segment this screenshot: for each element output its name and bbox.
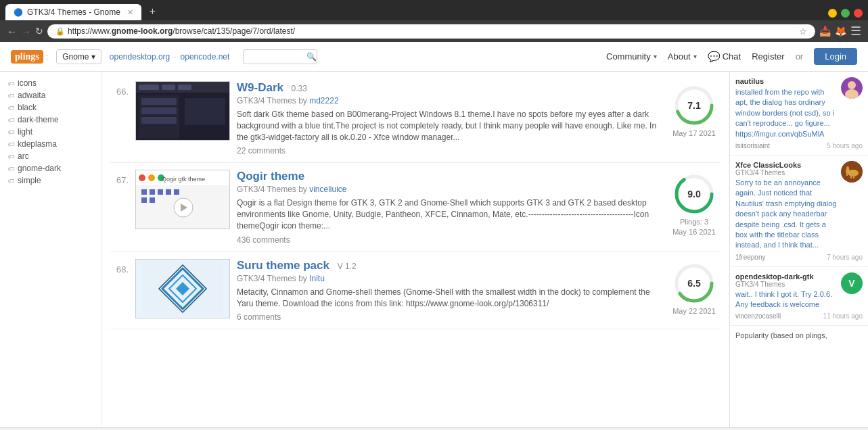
address-url: https://www.gnome-look.org/browse/cat/13… [68,26,796,36]
status-bar: https://www.gnome-look.org/p/1427278/ [0,427,868,430]
theme-meta-qogir: GTK3/4 Themes by vinceliuice [237,185,660,194]
chat-avatar-1 [841,77,863,99]
sidebar-tag-kdeplasma[interactable]: 🏷 kdeplasma [8,138,93,150]
site-logo[interactable]: plings : [11,50,48,64]
theme-thumbnail-suru[interactable] [135,259,230,318]
svg-rect-46 [846,172,848,176]
theme-info-w9dark: W9-Dark 0.33 GTK3/4 Themes by md2222 Sof… [237,81,660,156]
chat-sidebar: nautilus installed from the repo with ap… [729,72,868,427]
theme-author-qogir[interactable]: vinceliuice [309,185,346,194]
sidebar-tag-icons[interactable]: 🏷 icons [8,77,93,89]
svg-rect-24 [174,189,179,195]
bookmark-icon[interactable]: ☆ [799,26,807,37]
svg-text:Qogir gtk theme: Qogir gtk theme [162,176,205,183]
content-area: 66. W9-Dark [101,72,729,427]
theme-comments-w9dark[interactable]: 22 comments [237,146,660,156]
nav-register[interactable]: Register [752,51,784,62]
nav-about-chevron: ▾ [693,53,697,60]
sidebar-tag-simple[interactable]: 🏷 simple [8,174,93,187]
window-maximize[interactable] [841,9,850,18]
lock-icon: 🔒 [55,27,65,36]
theme-title-qogir[interactable]: Qogir theme [237,170,304,183]
nav-or: or [796,51,804,62]
score-value-w9dark: 7.1 [687,100,700,111]
reload-button[interactable]: ↻ [35,26,43,37]
theme-thumbnail-w9dark[interactable] [135,81,230,141]
theme-comments-suru[interactable]: 6 comments [237,312,660,322]
theme-meta-w9dark: GTK3/4 Themes by md2222 [237,96,660,105]
gnome-dropdown[interactable]: Gnome ▾ [56,49,101,64]
plings-qogir: Plings: 3 [680,218,708,226]
svg-rect-23 [166,189,171,195]
nav-chat[interactable]: 💬 Chat [708,51,741,63]
nav-community[interactable]: Community [606,51,651,62]
chat-time-2: 7 hours ago [827,254,863,261]
chat-product-1[interactable]: nautilus [735,77,838,85]
tab-close[interactable]: ✕ [127,8,133,17]
chat-username-2[interactable]: 1freepony [735,254,765,261]
search-icon[interactable]: 🔍 [306,52,317,62]
sidebar-tag-gnome-dark[interactable]: 🏷 gnome-dark [8,162,93,174]
theme-thumbnail-qogir[interactable]: Qogir gtk theme [135,170,230,229]
chat-product-3[interactable]: opendesktop-dark-gtk [735,272,838,281]
svg-rect-26 [150,197,155,203]
chat-username-3[interactable]: vincenzocaselli [735,312,781,320]
svg-rect-9 [141,117,177,124]
theme-title-w9dark[interactable]: W9-Dark [237,81,283,94]
theme-version-suru: V 1.2 [338,262,357,271]
window-close[interactable] [854,9,863,18]
svg-rect-22 [158,189,163,195]
chat-icon: 💬 [708,51,721,63]
popularity-section: Popularity (based on plings, [730,326,868,345]
sidebar-tag-dark-theme[interactable]: 🏷 dark-theme [8,114,93,126]
svg-point-47 [846,166,849,170]
logo-separator: : [46,52,48,62]
window-minimize[interactable] [828,9,837,18]
pocket-icon[interactable]: 📥 [819,26,831,37]
sidebar-tag-black[interactable]: 🏷 black [8,101,93,114]
theme-meta-suru: GTK3/4 Themes by Initu [237,274,660,283]
theme-info-qogir: Qogir theme GTK3/4 Themes by vinceliuice… [237,170,660,244]
theme-comments-qogir[interactable]: 436 comments [237,235,660,245]
theme-version-w9dark: 0.33 [292,84,307,93]
theme-author-w9dark[interactable]: md2222 [309,96,338,105]
chat-text-1: installed from the repo with apt, the di… [735,87,838,139]
sidebar-tag-arc[interactable]: 🏷 arc [8,150,93,162]
theme-date-suru: May 22 2021 [672,307,716,315]
extensions-icon[interactable]: 🦊 [835,26,846,37]
score-value-suru: 6.5 [687,278,700,289]
browser-chrome: 🔵 GTK3/4 Themes - Gnome ✕ + ← → ↻ 🔒 http… [0,0,868,42]
subnav-opencode[interactable]: opencode.net [181,52,230,62]
subnav-sep1: · [174,52,176,62]
sidebar-tag-light[interactable]: 🏷 light [8,126,93,138]
theme-title-suru[interactable]: Suru theme pack [237,259,329,272]
chat-time-3: 11 hours ago [823,312,863,320]
back-button[interactable]: ← [7,26,17,37]
chat-time-1: 5 hours ago [827,142,863,149]
new-tab-button[interactable]: + [144,4,161,19]
svg-rect-16 [148,174,155,181]
theme-desc-w9dark: Soft dark Gtk theme based on B00merang-P… [237,109,660,143]
sidebar-tag-adwaita[interactable]: 🏷 adwaita [8,89,93,101]
chat-product-2[interactable]: Xfce ClassicLooks [735,161,838,169]
chat-message-1: nautilus installed from the repo with ap… [730,72,868,156]
chat-text-2: Sorry to be an annoyance again. Just not… [735,178,838,251]
address-bar[interactable]: 🔒 https://www.gnome-look.org/browse/cat/… [47,24,815,39]
forward-button[interactable]: → [21,26,31,37]
svg-rect-45 [853,174,854,178]
tab-title: GTK3/4 Themes - Gnome [27,7,120,17]
theme-author-suru[interactable]: Initu [309,274,325,283]
chat-msg1-content: nautilus installed from the repo with ap… [735,77,838,139]
subnav-opendesktop[interactable]: opendesktop.org [110,52,170,62]
chat-username-1[interactable]: isiisorisiaint [735,142,770,149]
browser-tab-active[interactable]: 🔵 GTK3/4 Themes - Gnome ✕ [5,4,141,20]
popularity-label: Popularity (based on plings, [735,331,827,339]
nav-about[interactable]: About [668,51,691,62]
theme-desc-qogir: Qogir is a flat Design theme for GTK 3, … [237,197,660,231]
chat-msg2-content: Xfce ClassicLooks GTK3/4 Themes Sorry to… [735,161,838,251]
login-button[interactable]: Login [814,48,857,65]
chat-msg3-content: opendesktop-dark-gtk GTK3/4 Themes wait.… [735,272,838,310]
theme-item-suru: 68. Suru theme pack V 1.2 G [110,252,721,330]
theme-item-w9dark: 66. W9-Dark [110,74,721,163]
menu-icon[interactable]: ☰ [850,24,861,39]
